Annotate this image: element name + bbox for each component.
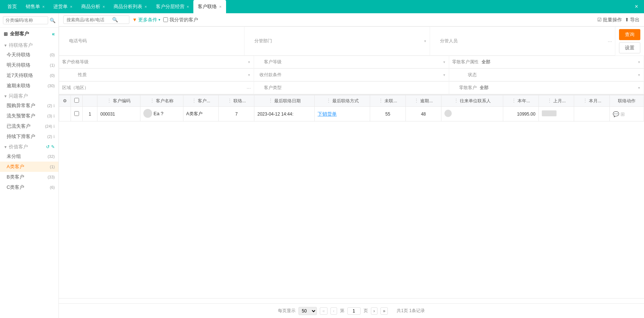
nav-home[interactable]: 首页: [3, 0, 21, 13]
sidebar-declining[interactable]: 持续下滑客户 (2) ℹ: [0, 131, 58, 142]
my-customers-check[interactable]: 我分管的客户: [163, 17, 198, 23]
sidebar-class-a[interactable]: A类客户 (1): [0, 162, 58, 172]
row-checkbox[interactable]: [74, 111, 79, 116]
retail-attr-arrow[interactable]: ▾: [637, 59, 641, 65]
sidebar-search-icon[interactable]: 🔍: [50, 18, 56, 23]
sidebar-class-b[interactable]: B类客户 (33): [0, 172, 58, 182]
col-header-num: [83, 95, 97, 107]
sidebar-churn-warning[interactable]: 流失预警客户 (3) ℹ: [0, 111, 58, 121]
nature-input[interactable]: [90, 73, 247, 78]
nav-purchase[interactable]: 进货单 ×: [49, 0, 76, 13]
query-button[interactable]: 查询: [619, 29, 640, 40]
customer-level-input[interactable]: [285, 60, 442, 65]
col-header-last-method[interactable]: 最后联络方式: [315, 95, 370, 107]
sidebar-unclassified[interactable]: 未分组 (32): [0, 151, 58, 162]
status-input[interactable]: [480, 73, 637, 78]
sidebar-today-contact[interactable]: 今天待联络 (0): [0, 50, 58, 60]
col-header-this-month[interactable]: 本月...: [574, 95, 610, 107]
batch-op-btn[interactable]: ☑ 批量操作: [597, 17, 622, 23]
edit-icon[interactable]: ✎: [51, 144, 55, 149]
phone-input[interactable]: [90, 39, 241, 44]
row-this-year: 10995.00: [503, 107, 539, 121]
col-header-settings[interactable]: ⚙: [59, 95, 71, 107]
close-segment-tab[interactable]: ×: [187, 4, 189, 9]
col-header-overdue[interactable]: 逾期...: [405, 95, 441, 107]
my-customers-checkbox[interactable]: [163, 17, 168, 22]
settings-button[interactable]: 设置: [619, 42, 640, 53]
filter-search-input[interactable]: [67, 17, 111, 22]
close-contact-tab[interactable]: ×: [219, 4, 221, 9]
region-dots-icon[interactable]: ···: [247, 85, 251, 91]
manager-dots-icon[interactable]: ···: [608, 38, 612, 44]
close-analysis-tab[interactable]: ×: [103, 4, 105, 9]
retail-attr-input[interactable]: [482, 60, 637, 65]
col-header-contact[interactable]: 联络...: [219, 95, 254, 107]
prev-page-btn[interactable]: ‹: [330, 307, 337, 315]
batch-op-icon: ☑: [597, 17, 602, 22]
manager-input[interactable]: [461, 39, 608, 44]
row-qr-icon[interactable]: ⊞: [620, 111, 625, 117]
sidebar-collapse-btn[interactable]: «: [52, 31, 55, 37]
row-check: [71, 107, 83, 121]
col-header-type[interactable]: 客户...: [183, 95, 219, 107]
customer-level-arrow[interactable]: ▾: [443, 59, 446, 65]
payment-input[interactable]: [285, 73, 442, 78]
sidebar-section-value[interactable]: ▼ 价值客户 ↺ ✎: [0, 142, 58, 151]
sidebar-class-c[interactable]: C类客户 (6): [0, 182, 58, 192]
col-header-contacts[interactable]: 往来单位联系人: [441, 95, 503, 107]
sidebar-section-problem[interactable]: ▼ 问题客户: [0, 91, 58, 100]
export-btn[interactable]: ⬆ 导出: [625, 17, 640, 23]
close-main-btn[interactable]: ×: [632, 3, 641, 10]
search-icon-filter[interactable]: 🔍: [112, 17, 118, 22]
row-message-icon[interactable]: 💬: [613, 111, 619, 117]
last-page-btn[interactable]: »: [380, 307, 388, 315]
sidebar-hoarding[interactable]: 囤购异常客户 (2) ℹ: [0, 100, 58, 111]
close-purchase-tab[interactable]: ×: [70, 4, 72, 9]
row-code: 000031: [97, 107, 140, 121]
col-header-no-contact[interactable]: 未联...: [370, 95, 406, 107]
price-level-arrow[interactable]: ▾: [247, 59, 251, 65]
data-table: ⚙ 客户编码 客户名称 客户... 联络... 最后联络日期 最后联络方式 未联…: [59, 95, 644, 121]
nav-customer-contact[interactable]: 客户联络 ×: [193, 0, 226, 13]
nav-analysis[interactable]: 商品分析 ×: [77, 0, 109, 13]
next-page-btn[interactable]: ›: [371, 307, 378, 315]
sidebar-tomorrow-contact[interactable]: 明天待联络 (1): [0, 60, 58, 70]
row-last-method[interactable]: 下销货单: [315, 107, 370, 121]
dept-dropdown-icon[interactable]: ▾: [423, 38, 427, 44]
nav-customer-segment[interactable]: 客户分层经营 ×: [151, 0, 193, 13]
refresh-icon[interactable]: ↺: [46, 144, 50, 149]
dept-input[interactable]: [275, 39, 423, 44]
per-page-select[interactable]: 50 100 200: [298, 307, 317, 315]
retail-arrow[interactable]: ▾: [637, 85, 641, 91]
col-header-last-month[interactable]: 上月...: [539, 95, 574, 107]
row-last-month: [539, 107, 574, 121]
close-analysis-list-tab[interactable]: ×: [144, 4, 147, 9]
close-sales-tab[interactable]: ×: [42, 4, 44, 9]
more-filters-btn[interactable]: ▼ 更多条件 ▾: [132, 17, 160, 23]
sidebar-churned[interactable]: 已流失客户 (24) ℹ: [0, 121, 58, 131]
nav-analysis-list[interactable]: 商品分析列表 ×: [109, 0, 151, 13]
sidebar-overdue-contact[interactable]: 逾期未联络 (30): [0, 81, 58, 91]
sidebar-search-input[interactable]: [3, 16, 48, 24]
col-header-this-year[interactable]: 本年...: [503, 95, 539, 107]
col-header-code[interactable]: 客户编码: [97, 95, 140, 107]
nature-arrow[interactable]: ▾: [247, 72, 251, 78]
price-level-input[interactable]: [92, 60, 247, 65]
region-input[interactable]: [92, 85, 247, 91]
col-header-last-date[interactable]: 最后联络日期: [254, 95, 315, 107]
nav-sales[interactable]: 销售单 ×: [21, 0, 49, 13]
col-header-name[interactable]: 客户名称: [140, 95, 183, 107]
sidebar-7days-contact[interactable]: 近7天待联络 (0): [0, 70, 58, 81]
chevron-down-icon: ▾: [158, 18, 160, 22]
page-input[interactable]: [347, 307, 361, 315]
scrollbar-area[interactable]: [59, 298, 644, 303]
first-page-btn[interactable]: «: [320, 307, 328, 315]
payment-arrow[interactable]: ▾: [443, 72, 446, 78]
status-arrow[interactable]: ▾: [637, 72, 641, 78]
customer-type-input[interactable]: [285, 85, 446, 91]
select-all-checkbox[interactable]: [74, 98, 79, 103]
info-icon: ℹ: [53, 103, 55, 108]
retail-input[interactable]: [480, 85, 637, 91]
sidebar-all-customers[interactable]: ⊞ 全部客户 «: [0, 28, 58, 40]
sidebar-section-pending[interactable]: ▼ 待联络客户: [0, 40, 58, 50]
